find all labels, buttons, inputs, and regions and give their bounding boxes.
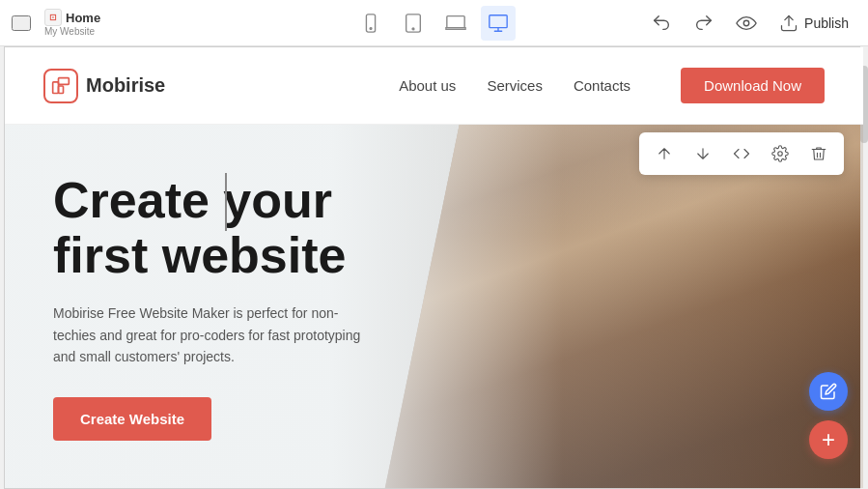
block-move-down-button[interactable] [687, 138, 718, 169]
page-subtitle: My Website [44, 26, 100, 37]
fab-edit-button[interactable] [809, 372, 848, 411]
hero-content: Create your first website Mobirise Free … [5, 125, 468, 489]
site-logo: Mobirise [43, 69, 165, 103]
preview-area: Mobirise About us Services Contacts Down… [4, 46, 864, 489]
logo-icon [43, 69, 78, 103]
nav-contacts[interactable]: Contacts [574, 77, 630, 94]
svg-rect-9 [59, 77, 70, 84]
svg-point-11 [778, 152, 783, 157]
svg-point-6 [743, 20, 749, 26]
hero-heading: Create your first website [53, 173, 420, 283]
fab-add-button[interactable]: + [809, 420, 848, 459]
svg-rect-10 [59, 86, 64, 94]
block-code-button[interactable] [726, 138, 757, 169]
hero-cta-button[interactable]: Create Website [53, 397, 211, 441]
block-controls [639, 132, 844, 175]
device-desktop-button[interactable] [481, 6, 516, 41]
redo-button[interactable] [686, 6, 721, 41]
svg-rect-4 [446, 15, 463, 27]
page-title: ⊡ Home [44, 9, 100, 26]
hero-divider [225, 173, 227, 231]
undo-button[interactable] [644, 6, 679, 41]
svg-rect-5 [489, 14, 506, 27]
preview-button[interactable] [729, 6, 764, 41]
svg-point-3 [412, 28, 414, 30]
device-tablet-button[interactable] [396, 6, 431, 41]
nav-about[interactable]: About us [399, 77, 456, 94]
device-mobile-button[interactable] [353, 6, 388, 41]
fab-add-icon: + [822, 426, 835, 453]
site-navbar: Mobirise About us Services Contacts Down… [5, 47, 863, 125]
svg-point-1 [370, 27, 372, 29]
publish-button[interactable]: Publish [771, 10, 856, 37]
block-move-up-button[interactable] [649, 138, 680, 169]
device-switcher [297, 6, 572, 41]
hero-section: Create your first website Mobirise Free … [5, 125, 863, 489]
device-laptop-button[interactable] [438, 6, 473, 41]
page-icon: ⊡ [44, 9, 62, 26]
main-toolbar: ⊡ Home My Website [0, 0, 868, 46]
site-nav: About us Services Contacts Download Now [399, 68, 825, 103]
toolbar-left: ⊡ Home My Website [12, 9, 286, 37]
page-info: ⊡ Home My Website [44, 9, 100, 37]
hero-description: Mobirise Free Website Maker is perfect f… [53, 302, 362, 367]
svg-rect-8 [53, 81, 59, 93]
nav-services[interactable]: Services [487, 77, 543, 94]
block-delete-button[interactable] [803, 138, 834, 169]
nav-cta-button[interactable]: Download Now [681, 68, 825, 103]
toolbar-right: Publish [582, 6, 856, 41]
menu-button[interactable] [12, 15, 31, 31]
block-settings-button[interactable] [765, 138, 796, 169]
